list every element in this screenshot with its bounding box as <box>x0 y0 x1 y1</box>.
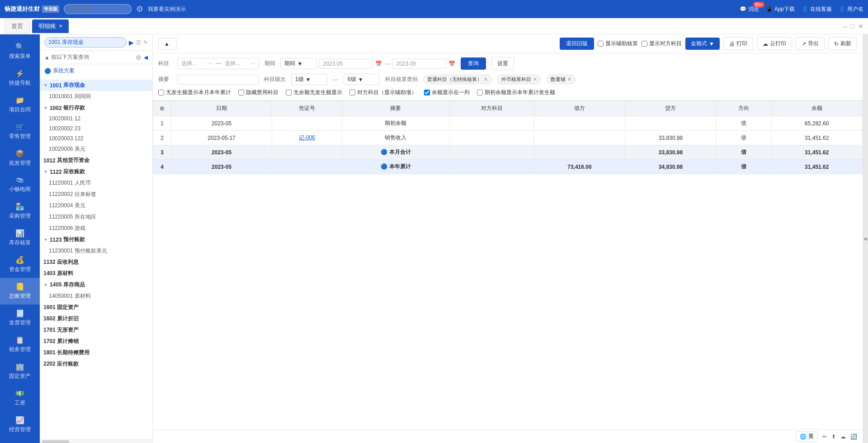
tab-closeall-icon[interactable]: ✕ <box>858 23 863 30</box>
style-btn[interactable]: 金额式 ▼ <box>685 38 720 50</box>
account-item-1123[interactable]: ▼ 1123 预付账款 <box>40 234 152 245</box>
tab-detail[interactable]: 明细账 ✕ <box>32 19 69 33</box>
level-start-select[interactable]: 1级 ▼ <box>291 74 327 85</box>
filter-settings-icon[interactable]: ⚙ <box>136 54 142 61</box>
opt-balance-col-input[interactable] <box>424 90 430 95</box>
account-item-11220002[interactable]: 11220002 往来标签 <box>40 189 152 200</box>
export-btn[interactable]: ↗ 导出 <box>796 37 825 50</box>
opt-no-balance-input[interactable] <box>158 90 164 95</box>
demo-link[interactable]: 我要看实例演示 <box>148 5 186 13</box>
account-item-11220001[interactable]: 11220001 人民币 <box>40 177 152 189</box>
opt-opening[interactable]: 期初余额显示本年累计发生额 <box>477 89 555 96</box>
account-item-1405[interactable]: ▼ 1405 库存商品 <box>40 279 152 291</box>
lang-btn[interactable]: 🌐 英 <box>796 431 818 442</box>
upload-status-icon[interactable]: ⬆ <box>831 433 836 440</box>
account-item-1602[interactable]: 1602 累计折旧 <box>40 313 152 324</box>
cloud-status-icon[interactable]: ☁ <box>840 433 846 440</box>
tag-close-1[interactable]: ✕ <box>484 76 488 82</box>
account-search-tag[interactable]: 1001 库存现金 <box>44 37 127 48</box>
nav-item-retail[interactable]: 🛒 零售管理 <box>0 118 40 145</box>
col-settings[interactable]: ⚙ <box>153 101 171 116</box>
sync-status-icon[interactable]: 🔄 <box>850 433 857 440</box>
account-item-2202[interactable]: 2202 应付账款 <box>40 358 152 370</box>
account-sidebar-scrollbar[interactable] <box>40 439 152 443</box>
account-item-11230001[interactable]: 11230001 预付账款美元 <box>40 245 152 257</box>
nav-item-assets[interactable]: 🏢 固定资产 <box>0 358 40 385</box>
account-item-1002[interactable]: ▼ 1002 银行存款 <box>40 102 152 114</box>
nav-item-reports[interactable]: 📝 小畅报销 <box>0 438 40 443</box>
opt-no-balance2-input[interactable] <box>286 90 292 95</box>
show-opposite-checkbox[interactable]: 显示对方科目 <box>642 40 682 48</box>
nav-item-purchase[interactable]: 🏪 采购管理 <box>0 198 40 224</box>
opt-hide-disabled-input[interactable] <box>238 90 244 95</box>
tag-close-3[interactable]: ✕ <box>567 76 571 82</box>
period-end-input[interactable]: 2023-05 <box>392 59 446 69</box>
account-item-10020001[interactable]: 10020001 12 <box>40 114 152 124</box>
query-btn[interactable]: 查询 <box>461 57 486 70</box>
account-item-1001[interactable]: ▼ 1001 库存现金 <box>40 80 152 91</box>
tab-close-icon[interactable]: ✕ <box>59 24 62 29</box>
edit-icon[interactable]: ✎ <box>143 39 148 46</box>
opt-opening-input[interactable] <box>477 90 483 95</box>
collapse-filter-btn[interactable]: ▲ 按以下方案查询 <box>44 53 89 61</box>
show-helper-checkbox[interactable]: 显示辅助核算 <box>598 40 638 48</box>
nav-item-project[interactable]: 📁 项目合同 <box>0 91 40 118</box>
account-item-11220005[interactable]: 11220005 所在地区 <box>40 211 152 223</box>
opt-balance-col[interactable]: 余额显示在一列 <box>424 89 470 96</box>
account-item-1702[interactable]: 1702 累计摊销 <box>40 336 152 347</box>
app-download-btn[interactable]: 📱 App下载 <box>766 5 795 13</box>
period-start-input[interactable]: 2023-05 <box>319 59 373 69</box>
show-opposite-input[interactable] <box>642 41 647 47</box>
opt-hide-disabled[interactable]: 隐藏禁用科目 <box>238 89 278 96</box>
account-item-1012[interactable]: 1012 其他货币资金 <box>40 155 152 166</box>
calendar-icon[interactable]: 📅 <box>375 61 382 67</box>
print-btn[interactable]: 🖨 打印 <box>723 37 753 50</box>
setting-btn[interactable]: 设置 <box>491 57 514 70</box>
nav-item-tax[interactable]: 📋 税务管理 <box>0 331 40 358</box>
online-service-btn[interactable]: 👤 在线客服 <box>802 5 832 13</box>
refresh-btn[interactable]: ↻ 刷新 <box>828 37 857 50</box>
account-item-10020002[interactable]: 10020002 23 <box>40 124 152 133</box>
nav-item-ecommerce[interactable]: 🛍 小畅电商 <box>0 171 40 198</box>
account-item-1701[interactable]: 1701 无形资产 <box>40 324 152 336</box>
account-item-10010001[interactable]: 10010001 同同同 <box>40 91 152 102</box>
account-item-1403[interactable]: 1403 原材料 <box>40 268 152 279</box>
show-helper-input[interactable] <box>598 41 604 47</box>
opt-no-balance2[interactable]: 无余额无发生额显示 <box>286 89 342 96</box>
nav-item-accounting[interactable]: 📒 总账管理 <box>0 278 40 305</box>
list-icon[interactable]: ☰ <box>136 39 141 46</box>
nav-item-quick[interactable]: ⚡ 快捷导航 <box>0 65 40 91</box>
account-item-1132[interactable]: 1132 应收利息 <box>40 257 152 268</box>
nav-item-operations[interactable]: 📈 经营管理 <box>0 411 40 438</box>
period-type-select[interactable]: 期间 ▼ <box>280 58 316 69</box>
edit-status-icon[interactable]: ✏ <box>822 433 827 440</box>
tab-home[interactable]: 首页 <box>5 19 30 33</box>
tag-close-2[interactable]: ✕ <box>533 76 537 82</box>
account-item-10020006[interactable]: 10020006 美元 <box>40 143 152 155</box>
messages-btn[interactable]: 💬 消息 99+ <box>740 5 759 13</box>
global-search-input[interactable] <box>64 4 132 14</box>
calendar-icon2[interactable]: 📅 <box>448 61 455 67</box>
account-item-14050001[interactable]: 14050001 原材料 <box>40 291 152 302</box>
level-end-select[interactable]: 6级 ▼ <box>344 74 380 85</box>
right-collapse-handle[interactable]: ◀ <box>863 34 868 443</box>
nav-item-inventory[interactable]: 📊 库存核算 <box>0 224 40 251</box>
account-item-10020003[interactable]: 10020003 122 <box>40 133 152 143</box>
arrow-right-icon[interactable]: ▶ <box>129 39 134 46</box>
return-old-btn[interactable]: 退回旧版 <box>560 38 594 50</box>
tab-maximize-icon[interactable]: □ <box>851 23 854 30</box>
nav-item-capital[interactable]: 💰 资金管理 <box>0 251 40 278</box>
cloud-print-btn[interactable]: ☁ 云打印 <box>757 37 792 50</box>
opt-opposite[interactable]: 对方科目（显示辅助项） <box>349 89 417 96</box>
nav-item-payroll[interactable]: 💵 工资 <box>0 385 40 411</box>
summary-input[interactable] <box>177 75 259 85</box>
settings-icon[interactable]: ⚙ <box>136 4 143 14</box>
collapse-arrow-icon[interactable]: ◀ <box>144 54 148 61</box>
account-item-1122[interactable]: ▼ 1122 应收账款 <box>40 166 152 177</box>
plan-btn[interactable]: 🔵 系统方案 <box>44 67 148 75</box>
opt-no-balance[interactable]: 无发生额显示本月本年累计 <box>158 89 231 96</box>
scroll-handle[interactable] <box>42 440 69 443</box>
account-item-11220004[interactable]: 11220004 美元 <box>40 200 152 211</box>
subject-input[interactable]: 选择... ··· — 选择... ··· <box>177 58 259 69</box>
tab-minimize-icon[interactable]: – <box>844 23 847 30</box>
